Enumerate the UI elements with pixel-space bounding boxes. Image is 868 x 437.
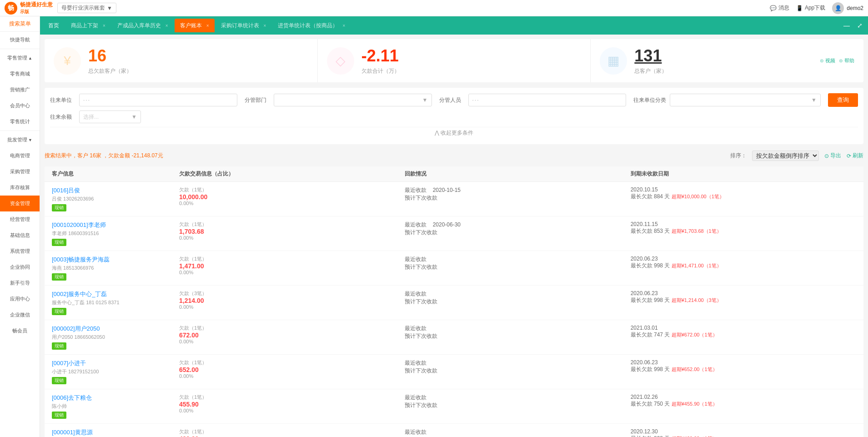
expand-icon: ▲ — [28, 56, 32, 60]
user-menu[interactable]: 👤 demo2 — [832, 2, 863, 14]
tab-purchase-stats[interactable]: 采购订单统计表 × — [216, 19, 272, 32]
customer-name[interactable]: [0002]服务中心_丁磊 — [52, 290, 179, 298]
branch-person-label: 分管人员 — [439, 96, 465, 104]
query-button[interactable]: 查询 — [828, 93, 858, 107]
debt-info: 欠款（1笔） 429.00 0.00% — [179, 428, 405, 437]
table-header: 客户信息 欠款交易信息（占比） 回款情况 到期未收款日期 — [45, 166, 863, 182]
sidebar-item-marketing[interactable]: 营销推广 — [0, 82, 40, 98]
video-btn[interactable]: ⊙ 视频 — [820, 57, 835, 64]
overdue-link[interactable]: 超期¥1,471.00（1笔） — [672, 263, 722, 268]
from-unit-input[interactable]: ··· — [79, 94, 237, 106]
avatar: 👤 — [832, 2, 844, 14]
customer-name[interactable]: [000002]用户2050 — [52, 325, 179, 333]
results-amount: -21,148.07元 — [131, 152, 163, 159]
overdue-link[interactable]: 超期¥652.00（1笔） — [672, 367, 717, 372]
table-row: [0003]畅捷服务尹海蕊 海燕 18513066976 现销 欠款（1笔） 1… — [45, 251, 863, 286]
export-label: 导出 — [830, 152, 841, 160]
customer-info: [0016]吕俊 吕俊 13026203696 现销 — [52, 186, 179, 211]
sidebar-item-quick-nav[interactable]: 快捷导航 — [0, 32, 40, 48]
tab-bar-actions: — ⤢ — [841, 21, 865, 30]
overdue-link[interactable]: 超期¥455.90（1笔） — [672, 401, 717, 407]
results-text: 搜索结果中，客户 16家 ，欠款金额 -21,148.07元 — [45, 152, 163, 160]
sidebar-item-inventory[interactable]: 库存核算 — [0, 180, 40, 196]
tab-purchase-stats-product[interactable]: 进货单统计表（按商品） × — [272, 19, 351, 32]
balance-input[interactable]: 选择... ▼ — [79, 111, 141, 123]
sidebar-item-guide[interactable]: 新手引导 — [0, 275, 40, 291]
chevron-down-icon: ▼ — [422, 97, 428, 103]
customer-sub: 陈小帅 — [52, 403, 179, 410]
customer-name[interactable]: [0006]去下粮仓 — [52, 394, 179, 402]
close-icon[interactable]: × — [206, 23, 209, 28]
due-info: 2021.02.26 最长欠款 750 天 超期¥455.90（1笔） — [631, 394, 856, 408]
overdue-link[interactable]: 超期¥10,000.00（1笔） — [672, 194, 724, 199]
close-icon[interactable]: × — [342, 23, 345, 28]
customer-name[interactable]: [0003]畅捷服务尹海蕊 — [52, 256, 179, 264]
message-icon: 💬 — [770, 5, 777, 11]
sidebar-item-enterprise[interactable]: 企业协同 — [0, 259, 40, 275]
sidebar-item-system[interactable]: 系统管理 — [0, 243, 40, 259]
customer-sub: 用户2050 18665062050 — [52, 334, 179, 341]
sidebar-item-retail-mall[interactable]: 零售商城 — [0, 66, 40, 82]
sidebar-search[interactable]: 搜索菜单 — [0, 16, 40, 32]
sidebar-item-batch-mgmt[interactable]: 批发管理 ▼ — [0, 132, 40, 148]
filter-from-unit: 往来单位 ··· — [50, 94, 237, 106]
customer-sub: 小进干 18279152100 — [52, 368, 179, 375]
balance-label: 往来余额 — [50, 113, 75, 121]
stats-row: ¥ 16 总欠款客户（家） ◇ -2.11 欠款合计（万） — [45, 39, 863, 82]
tab-home[interactable]: 首页 — [43, 19, 65, 32]
sidebar-item-operation[interactable]: 经营管理 — [0, 211, 40, 227]
help-btn[interactable]: ⊙ 帮助 — [839, 57, 854, 64]
table-row: [0016]吕俊 吕俊 13026203696 现销 欠款（1笔） 10,000… — [45, 182, 863, 216]
refresh-btn[interactable]: ⟳ 刷新 — [847, 152, 863, 160]
due-info: 2020.06.23 最长欠款 998 天 超期¥1,471.00（1笔） — [631, 256, 856, 270]
minimize-btn[interactable]: — — [841, 21, 853, 30]
tab-production-history[interactable]: 产成品入库单历史 × — [112, 19, 174, 32]
overdue-link[interactable]: 超期¥672.00（1笔） — [672, 332, 717, 337]
top-bar-left: 畅 畅捷通好生意 示版 母婴行业演示账套 ▼ — [5, 1, 116, 15]
maximize-btn[interactable]: ⤢ — [854, 21, 865, 30]
sidebar-item-purchase[interactable]: 采购管理 — [0, 164, 40, 180]
export-btn[interactable]: ⊙ 导出 — [824, 152, 841, 160]
sidebar-item-wechat[interactable]: 企业微信 — [0, 307, 40, 323]
payment-info: 最近收款 预计下次收款 — [405, 359, 630, 375]
sidebar-item-finance[interactable]: 资金管理 — [0, 196, 40, 211]
filter-branch-person: 分管人员 ··· — [439, 94, 627, 106]
customer-name[interactable]: [000001]黄思源 — [52, 428, 179, 437]
data-table: 客户信息 欠款交易信息（占比） 回款情况 到期未收款日期 [0016]吕俊 吕俊… — [45, 166, 863, 437]
customer-name[interactable]: [0001020001]李老师 — [52, 221, 179, 229]
sidebar-item-member[interactable]: 会员中心 — [0, 98, 40, 114]
customer-info: [0002]服务中心_丁磊 服务中心_丁磊 181 0125 8371 现销 — [52, 290, 179, 315]
close-icon[interactable]: × — [103, 23, 105, 28]
sort-label: 排序： — [730, 152, 747, 160]
close-icon[interactable]: × — [264, 23, 266, 28]
tab-customer-account[interactable]: 客户账本 × — [175, 19, 215, 32]
customer-sub: 李老师 18600391516 — [52, 230, 179, 237]
debt-customers-value: 16 — [88, 46, 132, 65]
sort-select[interactable]: 按欠款金额倒序排序 — [752, 151, 819, 161]
branch-person-input[interactable]: ··· — [468, 94, 627, 106]
collapse-btn[interactable]: ⋀ 收起更多条件 — [50, 127, 858, 139]
message-btn[interactable]: 💬 消息 — [770, 4, 789, 12]
customer-info: [0001020001]李老师 李老师 18600391516 现销 — [52, 221, 179, 246]
industry-select[interactable]: 母婴行业演示账套 ▼ — [57, 3, 116, 13]
sidebar-item-retail-stats[interactable]: 零售统计 — [0, 114, 40, 130]
customer-info: [000001]黄思源 黄思源 13552700226 现销 — [52, 428, 179, 437]
sidebar-item-retail-mgmt[interactable]: 零售管理 ▲ — [0, 50, 40, 66]
sidebar-item-member2[interactable]: 畅会员 — [0, 323, 40, 339]
sidebar-item-ecommerce[interactable]: 电商管理 — [0, 148, 40, 164]
table-row: [000001]黄思源 黄思源 13552700226 现销 欠款（1笔） 42… — [45, 424, 863, 437]
close-icon[interactable]: × — [166, 23, 168, 28]
app-download-btn[interactable]: 📱 App下载 — [796, 4, 825, 12]
sidebar-item-appstore[interactable]: 应用中心 — [0, 291, 40, 307]
tab-product-onoff[interactable]: 商品上下架 × — [65, 19, 111, 32]
debt-amount-icon: ◇ — [327, 47, 354, 75]
overdue-link[interactable]: 超期¥1,703.68（1笔） — [672, 228, 722, 234]
customer-name[interactable]: [0007]小进干 — [52, 359, 179, 367]
main-layout: 搜索菜单 快捷导航 零售管理 ▲ 零售商城 营销推广 会员中心 零售统计 — [0, 16, 868, 437]
overdue-link[interactable]: 超期¥1,214.00（3笔） — [672, 297, 722, 303]
customer-name[interactable]: [0016]吕俊 — [52, 186, 179, 195]
unit-category-input[interactable]: ▼ — [670, 94, 821, 106]
branch-dept-input[interactable]: ▼ — [274, 94, 432, 106]
debt-info: 欠款（1笔） 455.90 0.00% — [179, 394, 405, 413]
sidebar-item-basic[interactable]: 基础信息 — [0, 227, 40, 243]
